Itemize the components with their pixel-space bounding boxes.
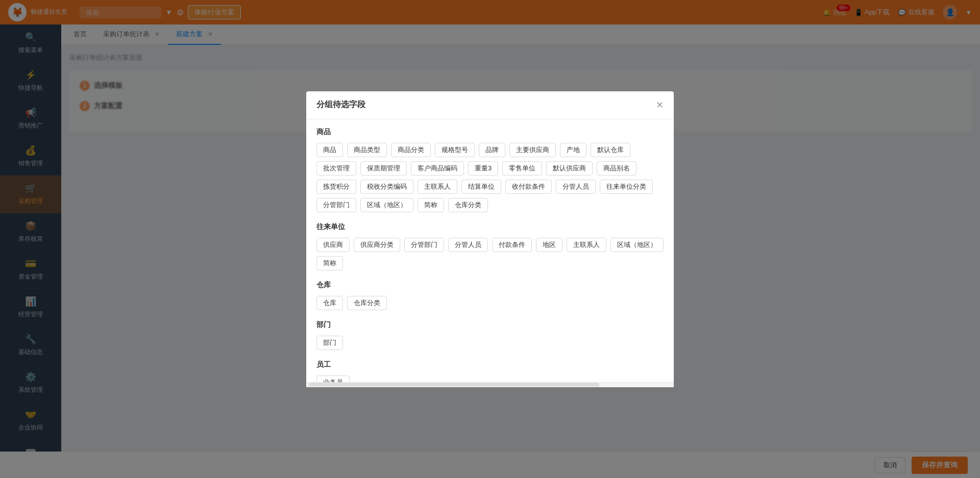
field-tag-0-1[interactable]: 商品类型	[347, 143, 387, 157]
field-tag-1-3[interactable]: 分管人员	[448, 238, 488, 252]
field-tags-4: 业务员	[316, 375, 664, 383]
field-tag-0-13[interactable]: 默认供应商	[546, 161, 593, 175]
field-tag-4-0[interactable]: 业务员	[316, 375, 350, 383]
field-tag-0-4[interactable]: 品牌	[479, 143, 505, 157]
modal-title: 分组待选字段	[316, 99, 365, 110]
field-tags-2: 仓库仓库分类	[316, 296, 664, 310]
field-tag-3-0[interactable]: 部门	[316, 336, 343, 350]
field-group-2: 仓库仓库仓库分类	[316, 281, 664, 310]
field-tag-1-5[interactable]: 地区	[536, 238, 562, 252]
modal-header: 分组待选字段 ✕	[306, 91, 674, 119]
field-tag-0-16[interactable]: 税收分类编码	[360, 180, 413, 194]
field-group-title-2: 仓库	[316, 281, 664, 290]
field-tag-2-1[interactable]: 仓库分类	[347, 296, 387, 310]
field-tag-0-10[interactable]: 客户商品编码	[411, 161, 464, 175]
field-group-3: 部门部门	[316, 320, 664, 350]
field-select-modal: 分组待选字段 ✕ 商品商品商品类型商品分类规格型号品牌主要供应商产地默认仓库批次…	[306, 91, 674, 387]
field-tag-0-25[interactable]: 仓库分类	[448, 198, 488, 212]
field-tag-0-6[interactable]: 产地	[560, 143, 586, 157]
field-group-title-3: 部门	[316, 320, 664, 330]
field-tag-0-3[interactable]: 规格型号	[435, 143, 475, 157]
field-tags-1: 供应商供应商分类分管部门分管人员付款条件地区主联系人区域（地区）简称	[316, 238, 664, 270]
field-tags-0: 商品商品类型商品分类规格型号品牌主要供应商产地默认仓库批次管理保质期管理客户商品…	[316, 143, 664, 212]
field-tag-0-14[interactable]: 商品别名	[597, 161, 636, 175]
field-tag-1-8[interactable]: 简称	[316, 256, 343, 270]
field-tag-1-6[interactable]: 主联系人	[567, 238, 606, 252]
field-tag-0-9[interactable]: 保质期管理	[360, 161, 407, 175]
field-tag-1-4[interactable]: 付款条件	[492, 238, 532, 252]
field-tag-0-18[interactable]: 结算单位	[461, 180, 501, 194]
field-tag-1-7[interactable]: 区域（地区）	[610, 238, 664, 252]
field-tag-0-0[interactable]: 商品	[316, 143, 343, 157]
modal-close-button[interactable]: ✕	[656, 99, 664, 111]
field-tag-0-23[interactable]: 区域（地区）	[360, 198, 413, 212]
field-tag-0-12[interactable]: 零售单位	[502, 161, 542, 175]
field-group-title-1: 往来单位	[316, 222, 664, 232]
modal-overlay[interactable]: 分组待选字段 ✕ 商品商品商品类型商品分类规格型号品牌主要供应商产地默认仓库批次…	[0, 0, 980, 478]
field-tag-0-15[interactable]: 拣货积分	[316, 180, 356, 194]
field-tag-0-7[interactable]: 默认仓库	[591, 143, 630, 157]
field-tag-0-20[interactable]: 分管人员	[556, 180, 596, 194]
field-tag-2-0[interactable]: 仓库	[316, 296, 343, 310]
field-tag-0-11[interactable]: 重量3	[468, 161, 498, 175]
field-group-0: 商品商品商品类型商品分类规格型号品牌主要供应商产地默认仓库批次管理保质期管理客户…	[316, 128, 664, 212]
field-tag-1-1[interactable]: 供应商分类	[354, 238, 400, 252]
field-tag-0-19[interactable]: 收付款条件	[505, 180, 552, 194]
field-group-4: 员工业务员	[316, 360, 664, 383]
field-tags-3: 部门	[316, 336, 664, 350]
field-tag-0-24[interactable]: 简称	[418, 198, 444, 212]
field-group-1: 往来单位供应商供应商分类分管部门分管人员付款条件地区主联系人区域（地区）简称	[316, 222, 664, 270]
field-tag-0-8[interactable]: 批次管理	[316, 161, 356, 175]
field-group-title-4: 员工	[316, 360, 664, 369]
field-tag-0-5[interactable]: 主要供应商	[509, 143, 556, 157]
field-tag-0-21[interactable]: 往来单位分类	[600, 180, 653, 194]
field-tag-0-22[interactable]: 分管部门	[316, 198, 356, 212]
field-tag-0-2[interactable]: 商品分类	[391, 143, 431, 157]
field-tag-1-0[interactable]: 供应商	[316, 238, 350, 252]
modal-scroll-thumb	[308, 383, 599, 387]
field-group-title-0: 商品	[316, 128, 664, 137]
modal-body: 商品商品商品类型商品分类规格型号品牌主要供应商产地默认仓库批次管理保质期管理客户…	[306, 119, 674, 383]
field-tag-0-17[interactable]: 主联系人	[418, 180, 457, 194]
modal-scroll-bar[interactable]	[306, 382, 674, 387]
field-tag-1-2[interactable]: 分管部门	[404, 238, 444, 252]
